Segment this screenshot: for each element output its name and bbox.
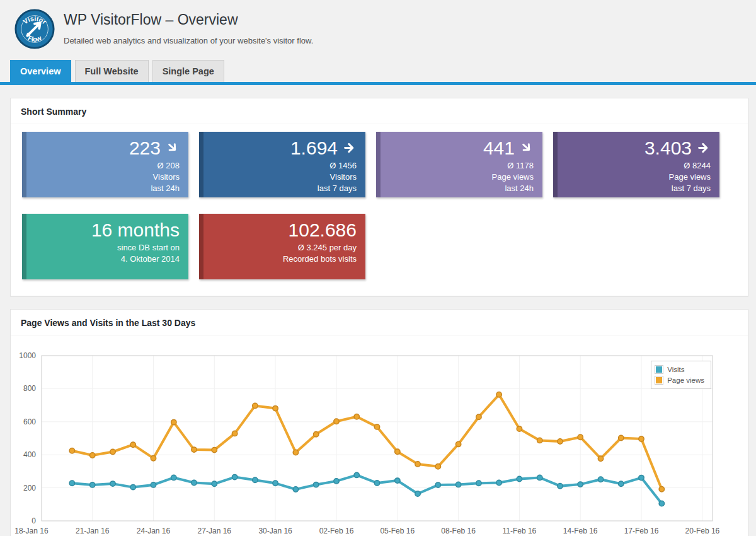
svg-text:11-Feb 16: 11-Feb 16: [502, 527, 536, 535]
chart-panel: Page Views and Visits in the Last 30 Day…: [10, 309, 748, 536]
page-subtitle: Detailed web analytics and visualization…: [64, 36, 313, 45]
svg-text:05-Feb 16: 05-Feb 16: [380, 527, 415, 535]
svg-text:27-Jan 16: 27-Jan 16: [198, 527, 232, 535]
legend-item: Visits: [655, 365, 704, 374]
svg-text:08-Feb 16: 08-Feb 16: [441, 527, 476, 535]
stat-line1: Ø 3.245 per day: [212, 242, 357, 253]
stat-card-pageviews-24h: 441 Ø 1178 Page views last 24h: [376, 132, 542, 197]
stat-value: 223: [35, 136, 180, 160]
tab-bar: Overview Full Website Single Page: [0, 60, 756, 82]
short-summary-title: Short Summary: [11, 98, 748, 124]
stat-value: 3.403: [566, 136, 711, 160]
svg-text:30-Jan 16: 30-Jan 16: [258, 527, 292, 535]
legend-label: Visits: [667, 366, 684, 373]
svg-text:200: 200: [23, 484, 36, 492]
svg-text:400: 400: [23, 450, 36, 459]
stat-card-visitors-24h: 223 Ø 208 Visitors last 24h: [22, 132, 188, 197]
stat-card-pageviews-7d: 3.403 Ø 8244 Page views last 7 days: [553, 132, 719, 197]
legend-label: Page views: [667, 376, 704, 384]
stat-number: 3.403: [644, 136, 692, 160]
stat-line2: Recorded bots visits: [212, 253, 357, 265]
legend-item: Page views: [655, 376, 704, 385]
trend-arrow-icon: [697, 141, 711, 154]
svg-text:20-Feb 16: 20-Feb 16: [685, 527, 720, 535]
tab-single-page[interactable]: Single Page: [152, 60, 224, 82]
visitorflow-logo-icon: Visitor Flow: [14, 8, 55, 50]
svg-text:02-Feb 16: 02-Feb 16: [319, 527, 354, 535]
stat-card-db-age: 16 months since DB start on 4. Oktober 2…: [22, 214, 188, 279]
stat-value: 441: [389, 136, 534, 160]
svg-text:14-Feb 16: 14-Feb 16: [563, 527, 598, 535]
stat-line2: 4. Oktober 2014: [35, 253, 180, 265]
stat-card-bot-visits: 102.686 Ø 3.245 per day Recorded bots vi…: [199, 214, 365, 279]
tab-overview[interactable]: Overview: [10, 60, 71, 82]
stat-line1: since DB start on: [35, 242, 180, 253]
stat-metric: Page views: [566, 172, 711, 183]
stat-metric: Visitors: [212, 172, 357, 183]
trend-arrow-icon: [343, 141, 357, 154]
svg-text:0: 0: [32, 516, 36, 525]
svg-text:24-Jan 16: 24-Jan 16: [137, 527, 171, 535]
svg-text:17-Feb 16: 17-Feb 16: [624, 527, 659, 535]
svg-text:800: 800: [23, 384, 36, 393]
summary-cards: 223 Ø 208 Visitors last 24h 1.694 Ø 1456…: [11, 124, 748, 296]
stat-number: 223: [129, 136, 161, 160]
stat-value: 16 months: [35, 218, 180, 242]
stat-metric: Visitors: [35, 172, 180, 183]
short-summary-panel: Short Summary 223 Ø 208 Visitors last 24…: [10, 98, 748, 296]
chart-wrap: 0200400600800100018-Jan 1621-Jan 1624-Ja…: [21, 339, 738, 536]
stat-number: 1.694: [290, 136, 338, 160]
chart-panel-title: Page Views and Visits in the Last 30 Day…: [11, 310, 748, 335]
legend-swatch: [655, 365, 663, 374]
chart-canvas: 0200400600800100018-Jan 1621-Jan 1624-Ja…: [21, 339, 738, 536]
stat-average: Ø 1456: [212, 160, 357, 172]
stat-period: last 24h: [35, 183, 180, 194]
svg-text:1000: 1000: [19, 351, 36, 360]
trend-arrow-icon: [518, 139, 537, 158]
tab-underline: [0, 82, 756, 85]
tab-full-website[interactable]: Full Website: [75, 60, 149, 82]
svg-text:21-Jan 16: 21-Jan 16: [76, 527, 110, 535]
legend-swatch: [655, 376, 663, 385]
stat-period: last 7 days: [212, 183, 357, 194]
stat-metric: Page views: [389, 172, 534, 183]
stat-average: Ø 208: [35, 160, 180, 172]
stat-card-visitors-7d: 1.694 Ø 1456 Visitors last 7 days: [199, 132, 365, 197]
stat-average: Ø 8244: [566, 160, 711, 172]
stat-period: last 24h: [389, 183, 534, 194]
trend-arrow-icon: [164, 139, 183, 158]
stat-value: 102.686: [212, 218, 357, 242]
svg-text:600: 600: [23, 417, 36, 426]
page-title: WP VisitorFlow – Overview: [64, 11, 313, 29]
stat-number: 441: [483, 136, 515, 160]
stat-number: 16 months: [91, 218, 180, 242]
stat-average: Ø 1178: [389, 160, 534, 172]
stat-period: last 7 days: [566, 183, 711, 194]
chart-legend: VisitsPage views: [651, 361, 711, 389]
stat-value: 1.694: [212, 136, 357, 160]
stat-number: 102.686: [289, 218, 357, 242]
svg-text:18-Jan 16: 18-Jan 16: [14, 527, 49, 535]
page-header: Visitor Flow WP VisitorFlow – Overview D…: [0, 0, 756, 50]
